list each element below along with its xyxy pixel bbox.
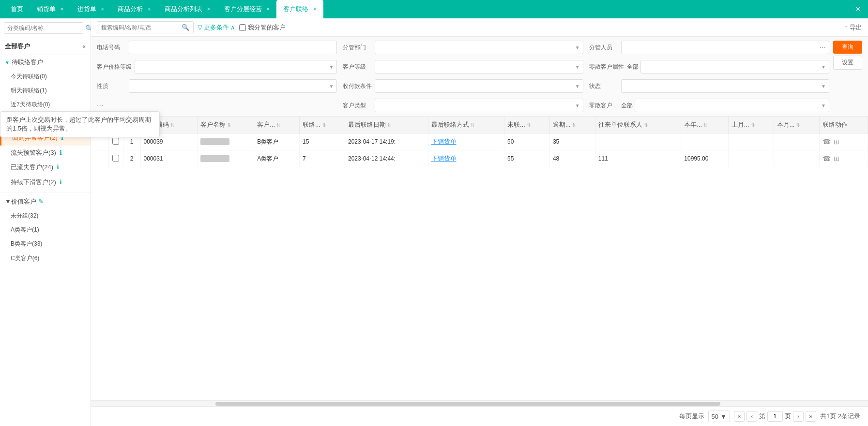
- sidebar-search-area: 🔍: [0, 18, 91, 38]
- scroll-thumb[interactable]: [215, 402, 720, 406]
- nav-customer-segment[interactable]: 客户分层经营 ×: [217, 0, 277, 18]
- row4-dots[interactable]: ···: [97, 101, 103, 110]
- my-customers-check[interactable]: [239, 24, 246, 31]
- td-last-way-1[interactable]: 下销货单: [428, 133, 504, 150]
- price-level-select[interactable]: ▼: [135, 60, 337, 73]
- churned-customers[interactable]: 已流失客户(24) ℹ: [0, 160, 91, 175]
- manager-select[interactable]: ···: [621, 41, 829, 54]
- td-contacts-1: [595, 133, 681, 150]
- declining-customers[interactable]: 持续下滑客户(2) ℹ: [0, 175, 91, 190]
- last-page-btn[interactable]: »: [806, 411, 816, 422]
- nav-sales-order-close[interactable]: ×: [61, 6, 64, 13]
- table-row: 1 000039 B类客户 15 2023-04-17 14:19: 下销货单 …: [91, 133, 868, 150]
- week-pending[interactable]: 近7天待联络(0): [0, 98, 91, 112]
- th-this-year[interactable]: 本年... ⇅: [681, 117, 728, 133]
- churn-warning[interactable]: 流失预警客户(3) ℹ: [0, 146, 91, 161]
- nav-customer-contact-close[interactable]: ×: [313, 6, 317, 13]
- a-class-customers[interactable]: A类客户(1): [0, 223, 91, 237]
- type-sort-icon: ⇅: [276, 122, 280, 128]
- ungroup-customers[interactable]: 未分组(32): [0, 209, 91, 223]
- nav-product-analysis-list[interactable]: 商品分析列表 ×: [158, 0, 217, 18]
- first-page-btn[interactable]: «: [734, 411, 745, 422]
- page-size-arrow: ▼: [720, 413, 727, 420]
- nav-customer-segment-close[interactable]: ×: [266, 6, 270, 13]
- settings-button[interactable]: 设置: [833, 56, 862, 70]
- nav-product-analysis-list-close[interactable]: ×: [207, 6, 211, 13]
- contact-sort-icon: ⇅: [322, 122, 326, 128]
- td-last-way-2[interactable]: 下销货单: [428, 150, 504, 167]
- prev-page-btn[interactable]: ‹: [746, 411, 757, 422]
- td-this-month-2: [774, 150, 819, 167]
- customer-type-select[interactable]: ▼: [375, 99, 583, 112]
- today-pending[interactable]: 今天待联络(0): [0, 70, 91, 84]
- filter-status: 状态 ▼: [589, 79, 829, 93]
- action-more-icon-1[interactable]: ⊞: [834, 138, 839, 146]
- my-customers-checkbox[interactable]: 我分管的客户: [239, 23, 286, 32]
- table-container: ⚙ 客户编码 ⇅: [91, 117, 868, 400]
- export-btn[interactable]: ↑ 导出: [845, 23, 863, 32]
- payment-select[interactable]: ▼: [375, 79, 583, 93]
- row1-checkbox[interactable]: [112, 138, 119, 145]
- dept-select-arrow: ▼: [575, 45, 580, 50]
- dept-select[interactable]: ▼: [375, 41, 583, 54]
- row2-checkbox[interactable]: [112, 155, 119, 162]
- value-customers-edit-icon[interactable]: ✎: [38, 198, 44, 205]
- more-conditions-btn[interactable]: ▽ 更多条件 ∧: [198, 23, 235, 32]
- th-name[interactable]: 客户名称 ⇅: [197, 117, 254, 133]
- th-overdue[interactable]: 逾期... ⇅: [549, 117, 595, 133]
- sidebar-search-input[interactable]: [4, 22, 83, 34]
- b-class-customers[interactable]: B类客户(33): [0, 237, 91, 251]
- phone-input[interactable]: [129, 41, 337, 54]
- th-this-month[interactable]: 本月... ⇅: [774, 117, 819, 133]
- nav-purchase-order[interactable]: 进货单 ×: [71, 0, 111, 18]
- action-phone-icon-2[interactable]: ☎: [822, 155, 831, 162]
- next-page-btn[interactable]: ›: [793, 411, 804, 422]
- total-info: 共1页 2条记录: [820, 412, 860, 421]
- nav-product-analysis[interactable]: 商品分析 ×: [111, 0, 158, 18]
- nature-select[interactable]: ▼: [129, 79, 337, 93]
- nav-home[interactable]: 首页: [4, 0, 30, 18]
- td-action-2: ☎ ⊞: [819, 150, 868, 167]
- pending-contact-section[interactable]: ▼ 待联络客户: [0, 55, 91, 70]
- th-contacts-person[interactable]: 往来单位联系人 ⇅: [595, 117, 681, 133]
- action-more-icon-2[interactable]: ⊞: [834, 155, 839, 162]
- th-type[interactable]: 客户... ⇅: [254, 117, 300, 133]
- contacts-sort-icon: ⇅: [644, 122, 648, 128]
- query-button[interactable]: 查询: [833, 41, 862, 54]
- td-check-2[interactable]: [108, 150, 123, 167]
- th-uncontact[interactable]: 未联... ⇅: [504, 117, 549, 133]
- th-last-date[interactable]: 最后联络日期 ⇅: [345, 117, 428, 133]
- horizontal-scrollbar[interactable]: [91, 400, 868, 406]
- nav-product-analysis-close[interactable]: ×: [148, 6, 151, 13]
- value-customers-section[interactable]: ▼ 价值客户 ✎: [0, 194, 91, 209]
- retail-attr-arrow: ▼: [821, 64, 826, 70]
- c-class-customers[interactable]: C类客户(6): [0, 251, 91, 265]
- filter-payment: 收付款条件 ▼: [343, 79, 583, 93]
- sidebar-divider-2: [0, 192, 91, 192]
- th-contact[interactable]: 联络... ⇅: [300, 117, 345, 133]
- th-last-month[interactable]: 上月... ⇅: [728, 117, 774, 133]
- pending-contact-arrow: ▼: [5, 60, 10, 65]
- search-input-icon: 🔍: [182, 24, 189, 31]
- page-size-select[interactable]: 50 ▼: [708, 411, 730, 422]
- tomorrow-pending[interactable]: 明天待联络(1): [0, 84, 91, 98]
- nav-purchase-order-close[interactable]: ×: [101, 6, 104, 13]
- page-nav: « ‹ 第 页 › »: [734, 411, 816, 422]
- retail-attr-select[interactable]: ▼: [640, 60, 829, 73]
- td-name-2: [197, 150, 254, 167]
- close-all-tabs[interactable]: ×: [852, 5, 864, 14]
- action-phone-icon-1[interactable]: ☎: [822, 138, 831, 146]
- collapse-sidebar-btn[interactable]: «: [82, 43, 86, 50]
- page-number-input[interactable]: [767, 411, 783, 422]
- status-select[interactable]: ▼: [621, 79, 829, 93]
- nav-customer-contact[interactable]: 客户联络 ×: [276, 0, 323, 18]
- th-last-way[interactable]: 最后联络方式 ⇅: [428, 117, 504, 133]
- customer-level-select[interactable]: ▼: [375, 60, 583, 73]
- sidebar-search-icon[interactable]: 🔍: [85, 25, 91, 32]
- customer-search-input[interactable]: [101, 24, 182, 31]
- nav-sales-order[interactable]: 销货单 ×: [30, 0, 71, 18]
- churned-info-icon: ℹ: [57, 163, 59, 171]
- manager-more-dots[interactable]: ···: [820, 43, 826, 52]
- td-last-month-2: [728, 150, 774, 167]
- retail-customer-select[interactable]: ▼: [635, 99, 829, 112]
